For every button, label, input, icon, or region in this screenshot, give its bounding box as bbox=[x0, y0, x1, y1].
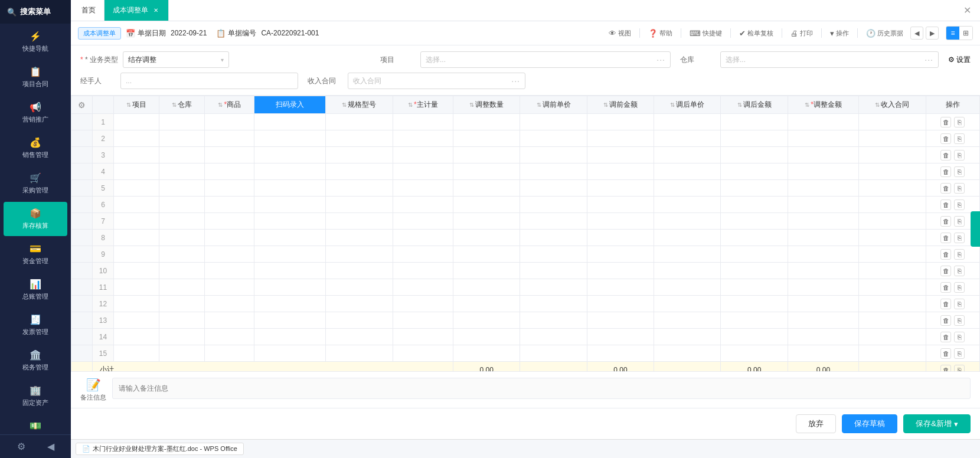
row-pre-price-cell[interactable] bbox=[520, 130, 587, 147]
row-pre-amount-cell[interactable] bbox=[587, 130, 654, 147]
row-adjust-qty-cell[interactable] bbox=[453, 345, 520, 362]
row-post-amount-cell[interactable] bbox=[721, 197, 788, 213]
row-goods-cell[interactable] bbox=[205, 180, 254, 197]
row-unit-cell[interactable] bbox=[393, 213, 453, 230]
row-income-contract-cell[interactable] bbox=[859, 263, 926, 279]
row-copy-icon[interactable]: ⎘ bbox=[954, 332, 965, 342]
row-spec-cell[interactable] bbox=[326, 279, 393, 296]
row-post-amount-cell[interactable] bbox=[721, 147, 788, 163]
row-goods-cell[interactable] bbox=[205, 296, 254, 312]
row-copy-icon[interactable]: ⎘ bbox=[954, 315, 965, 326]
row-delete-icon[interactable]: 🗑 bbox=[940, 216, 951, 227]
row-pre-price-cell[interactable] bbox=[520, 197, 587, 213]
row-post-amount-cell[interactable] bbox=[721, 296, 788, 312]
row-unit-cell[interactable] bbox=[393, 279, 453, 296]
row-copy-icon[interactable]: ⎘ bbox=[954, 348, 965, 359]
row-copy-icon[interactable]: ⎘ bbox=[954, 117, 965, 127]
row-unit-cell[interactable] bbox=[393, 180, 453, 197]
row-copy-icon[interactable]: ⎘ bbox=[954, 233, 965, 243]
row-spec-cell[interactable] bbox=[326, 197, 393, 213]
row-post-price-cell[interactable] bbox=[654, 114, 721, 130]
row-unit-cell[interactable] bbox=[393, 345, 453, 362]
sidebar-item-assets[interactable]: 🏢固定资产 bbox=[4, 379, 67, 413]
row-income-contract-cell[interactable] bbox=[859, 230, 926, 246]
row-pre-amount-cell[interactable] bbox=[587, 312, 654, 329]
row-unit-cell[interactable] bbox=[393, 197, 453, 213]
row-unit-cell[interactable] bbox=[393, 329, 453, 345]
row-adjust-amount-cell[interactable] bbox=[788, 230, 858, 246]
row-warehouse-cell[interactable] bbox=[159, 213, 205, 230]
row-adjust-qty-cell[interactable] bbox=[453, 130, 520, 147]
row-project-cell[interactable] bbox=[114, 246, 159, 263]
row-adjust-amount-cell[interactable] bbox=[788, 213, 858, 230]
row-delete-icon[interactable]: 🗑 bbox=[940, 332, 951, 342]
row-pre-amount-cell[interactable] bbox=[587, 263, 654, 279]
row-pre-amount-cell[interactable] bbox=[587, 147, 654, 163]
row-delete-icon[interactable]: 🗑 bbox=[940, 133, 951, 144]
row-scan-cell[interactable] bbox=[254, 279, 326, 296]
row-scan-cell[interactable] bbox=[254, 263, 326, 279]
row-unit-cell[interactable] bbox=[393, 230, 453, 246]
row-post-price-cell[interactable] bbox=[654, 329, 721, 345]
row-delete-icon[interactable]: 🗑 bbox=[940, 249, 951, 260]
date-icon[interactable]: 📅 bbox=[126, 29, 135, 38]
row-income-contract-cell[interactable] bbox=[859, 279, 926, 296]
row-adjust-amount-cell[interactable] bbox=[788, 180, 858, 197]
row-pre-amount-cell[interactable] bbox=[587, 296, 654, 312]
row-income-contract-cell[interactable] bbox=[859, 197, 926, 213]
row-project-cell[interactable] bbox=[114, 263, 159, 279]
row-post-price-cell[interactable] bbox=[654, 197, 721, 213]
row-pre-amount-cell[interactable] bbox=[587, 180, 654, 197]
row-post-amount-cell[interactable] bbox=[721, 230, 788, 246]
discard-button[interactable]: 放弃 bbox=[796, 414, 836, 433]
row-pre-amount-cell[interactable] bbox=[587, 163, 654, 180]
handler-input[interactable]: ... bbox=[120, 73, 298, 89]
row-project-cell[interactable] bbox=[114, 312, 159, 329]
row-income-contract-cell[interactable] bbox=[859, 345, 926, 362]
row-income-contract-cell[interactable] bbox=[859, 180, 926, 197]
row-warehouse-cell[interactable] bbox=[159, 279, 205, 296]
row-copy-icon[interactable]: ⎘ bbox=[954, 183, 965, 194]
row-scan-cell[interactable] bbox=[254, 329, 326, 345]
tab-close-button[interactable]: ✕ bbox=[152, 6, 160, 15]
row-adjust-amount-cell[interactable] bbox=[788, 114, 858, 130]
warehouse-input[interactable]: 选择... ··· bbox=[720, 51, 939, 68]
row-income-contract-cell[interactable] bbox=[859, 130, 926, 147]
row-adjust-qty-cell[interactable] bbox=[453, 163, 520, 180]
row-copy-icon[interactable]: ⎘ bbox=[954, 266, 965, 276]
row-post-price-cell[interactable] bbox=[654, 147, 721, 163]
row-pre-price-cell[interactable] bbox=[520, 345, 587, 362]
row-pre-amount-cell[interactable] bbox=[587, 329, 654, 345]
row-post-amount-cell[interactable] bbox=[721, 263, 788, 279]
row-income-contract-cell[interactable] bbox=[859, 246, 926, 263]
row-adjust-qty-cell[interactable] bbox=[453, 147, 520, 163]
sidebar-search-label[interactable]: 搜索菜单 bbox=[20, 6, 51, 17]
row-adjust-amount-cell[interactable] bbox=[788, 163, 858, 180]
row-delete-icon[interactable]: 🗑 bbox=[940, 299, 951, 309]
row-post-amount-cell[interactable] bbox=[721, 114, 788, 130]
row-post-amount-cell[interactable] bbox=[721, 213, 788, 230]
row-income-contract-cell[interactable] bbox=[859, 312, 926, 329]
row-pre-amount-cell[interactable] bbox=[587, 213, 654, 230]
sidebar-item-sales-mgmt[interactable]: 💰销售管理 bbox=[4, 131, 67, 165]
row-delete-icon[interactable]: 🗑 bbox=[940, 199, 951, 210]
right-edge-accent[interactable] bbox=[971, 211, 980, 247]
row-project-cell[interactable] bbox=[114, 130, 159, 147]
row-post-price-cell[interactable] bbox=[654, 230, 721, 246]
row-pre-price-cell[interactable] bbox=[520, 147, 587, 163]
row-copy-icon[interactable]: ⎘ bbox=[954, 249, 965, 260]
row-pre-price-cell[interactable] bbox=[520, 114, 587, 130]
save-draft-button[interactable]: 保存草稿 bbox=[842, 414, 897, 433]
row-adjust-qty-cell[interactable] bbox=[453, 312, 520, 329]
row-project-cell[interactable] bbox=[114, 163, 159, 180]
taskbar-wps-item[interactable]: 📄 木门行业好业财处理方案-墨红红.doc - WPS Office bbox=[76, 443, 244, 455]
row-adjust-qty-cell[interactable] bbox=[453, 263, 520, 279]
row-adjust-qty-cell[interactable] bbox=[453, 246, 520, 263]
docnum-icon[interactable]: 📋 bbox=[216, 29, 226, 38]
row-post-amount-cell[interactable] bbox=[721, 279, 788, 296]
header-action-print[interactable]: 🖨打印 bbox=[790, 29, 813, 38]
row-spec-cell[interactable] bbox=[326, 130, 393, 147]
row-income-contract-cell[interactable] bbox=[859, 163, 926, 180]
row-delete-icon[interactable]: 🗑 bbox=[940, 266, 951, 276]
row-scan-cell[interactable] bbox=[254, 180, 326, 197]
